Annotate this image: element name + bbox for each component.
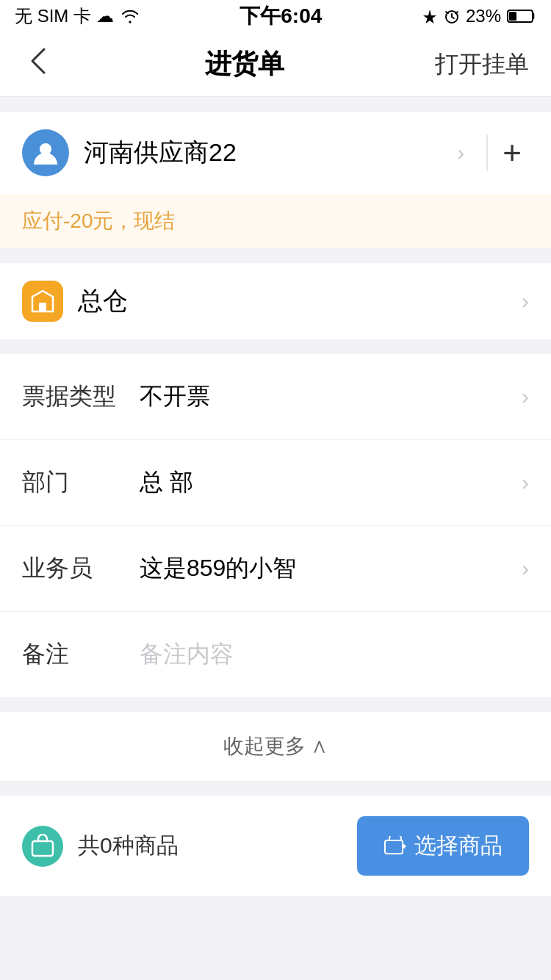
salesperson-label: 业务员	[22, 552, 125, 585]
supplier-avatar	[22, 129, 69, 176]
status-bar: 无 SIM 卡 ☁ 下午6:04 23%	[0, 0, 551, 32]
svg-rect-4	[39, 303, 46, 311]
status-left: 无 SIM 卡 ☁	[15, 4, 140, 28]
svg-rect-6	[385, 840, 403, 854]
alarm-icon	[444, 8, 460, 24]
status-time: 下午6:04	[240, 2, 322, 30]
status-right: 23%	[422, 6, 536, 26]
salesperson-chevron-icon: ›	[522, 556, 529, 581]
open-pending-button[interactable]: 打开挂单	[435, 48, 529, 81]
svg-rect-2	[509, 12, 516, 21]
wifi-icon	[120, 9, 140, 24]
nav-bar: 进货单 打开挂单	[0, 32, 551, 97]
supplier-row[interactable]: 河南供应商22 › +	[0, 112, 551, 194]
warehouse-chevron-icon: ›	[522, 289, 529, 314]
location-icon	[422, 8, 438, 24]
invoice-type-label: 票据类型	[22, 381, 125, 413]
salesperson-row[interactable]: 业务员 这是859的小智 ›	[0, 526, 551, 612]
products-count: 共0种商品	[78, 831, 357, 861]
salesperson-value: 这是859的小智	[140, 552, 522, 585]
warehouse-section: 总仓 ›	[0, 263, 551, 339]
products-icon	[22, 826, 63, 867]
remark-row[interactable]: 备注 备注内容	[0, 612, 551, 697]
signal-text: 无 SIM 卡 ☁	[15, 4, 114, 28]
remark-label: 备注	[22, 638, 125, 671]
back-button[interactable]	[22, 39, 54, 90]
invoice-type-row[interactable]: 票据类型 不开票 ›	[0, 354, 551, 440]
collapse-section: 收起更多 ∧	[0, 712, 551, 781]
warehouse-icon	[22, 281, 63, 322]
department-label: 部门	[22, 466, 125, 499]
select-product-icon	[383, 836, 407, 857]
supplier-name: 河南供应商22	[84, 136, 457, 170]
svg-rect-5	[32, 841, 53, 856]
supplier-chevron-icon: ›	[457, 140, 464, 165]
collapse-button[interactable]: 收起更多 ∧	[223, 732, 328, 760]
products-section: 共0种商品 选择商品	[0, 796, 551, 896]
warehouse-name: 总仓	[78, 284, 522, 318]
section-gap-1	[0, 97, 551, 112]
supplier-section: 河南供应商22 › + 应付-20元，现结	[0, 112, 551, 248]
invoice-type-value: 不开票	[140, 381, 522, 413]
notice-banner: 应付-20元，现结	[0, 194, 551, 248]
battery-icon	[507, 8, 536, 24]
department-chevron-icon: ›	[522, 470, 529, 495]
select-product-label: 选择商品	[414, 831, 503, 861]
remark-input[interactable]: 备注内容	[140, 638, 529, 671]
add-supplier-button[interactable]: +	[495, 134, 529, 171]
invoice-type-chevron-icon: ›	[522, 384, 529, 409]
department-row[interactable]: 部门 总 部 ›	[0, 440, 551, 526]
supplier-divider	[486, 134, 488, 171]
battery-percent: 23%	[466, 6, 501, 26]
form-section: 票据类型 不开票 › 部门 总 部 › 业务员 这是859的小智 › 备注 备注…	[0, 354, 551, 697]
department-value: 总 部	[140, 466, 522, 499]
warehouse-row[interactable]: 总仓 ›	[0, 263, 551, 339]
page-title: 进货单	[205, 46, 284, 82]
select-product-button[interactable]: 选择商品	[357, 816, 529, 876]
